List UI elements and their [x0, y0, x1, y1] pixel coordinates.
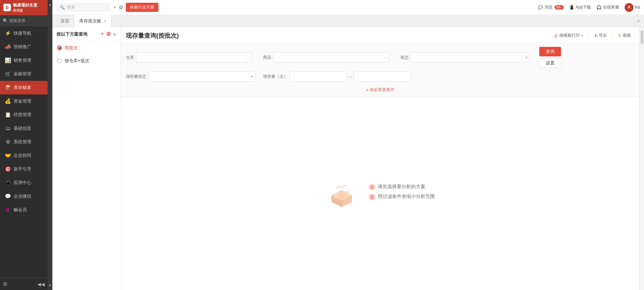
empty-step-1: 1 请先选择要分析的方案 — [369, 184, 435, 190]
phone-icon: 📱 — [569, 5, 574, 10]
query-button[interactable]: 查询 — [539, 47, 561, 56]
tab-batch-close[interactable]: × — [104, 19, 106, 23]
user-profile-button[interactable]: R Rit — [625, 3, 640, 12]
printer-icon: 🖨 — [554, 33, 558, 38]
sidebar-item-shortcut[interactable]: ⚡ 快捷导航 — [0, 26, 48, 40]
topbar-gear-icon[interactable]: ⚙ — [119, 4, 123, 11]
sidebar-item-sales[interactable]: 📊 销售管理 — [0, 54, 48, 67]
svg-point-4 — [339, 194, 344, 199]
scrollbar-handle[interactable] — [641, 31, 643, 44]
step-num-1: 1 — [369, 184, 375, 190]
stock-qty-label: 现存量（主） — [263, 74, 288, 79]
sidebar-item-purchase[interactable]: 🛒 采购管理 — [0, 67, 48, 81]
topbar-search[interactable]: 🔍 搜索 — [56, 3, 111, 12]
message-icon: 💬 — [538, 5, 543, 10]
filter-panel-collapse-icon[interactable]: « — [113, 31, 116, 37]
sales-icon: 📊 — [5, 57, 11, 64]
sidebar-item-newbie[interactable]: 🎯 新手引导 — [0, 162, 48, 176]
sidebar-item-system[interactable]: ⚙ 系统管理 — [0, 135, 48, 149]
experience-industry-button[interactable]: 体验行业方案 — [126, 3, 158, 12]
refresh-button[interactable]: ↻ 刷新 — [615, 31, 634, 40]
app-brand: 畅康通好生意 标准版 — [13, 3, 37, 13]
stock-status-field: 现存量状态 ▾ — [126, 71, 255, 81]
filter-panel-icons: + ⚙ « — [101, 31, 116, 38]
warehouse-label: 仓库 — [126, 55, 134, 60]
print-button[interactable]: 🖨 按模板打印 ▾ — [551, 31, 586, 40]
stock-qty-field: 现存量（主） — — [263, 71, 392, 81]
status-select[interactable] — [411, 52, 530, 62]
corp-icon: 🤝 — [5, 152, 11, 159]
range-separator: — — [348, 74, 353, 79]
sidebar-item-wechat[interactable]: 💬 企业微信 — [0, 189, 48, 203]
status-label: 状态 — [401, 55, 409, 60]
sidebar-nav: ⚡ 快捷导航 📣 营销推广 📊 销售管理 🛒 采购管理 📦 库存核算 💰 资金管… — [0, 26, 48, 278]
app-download-button[interactable]: 📱 App下载 — [569, 4, 591, 10]
main-area: 🔍 搜索 ▾ ⚙ 体验行业方案 💬 消息 99+ 📱 App下载 🎧 在线客服 — [52, 0, 644, 290]
empty-step-2: 2 用过滤条件来缩小分析范围 — [369, 194, 435, 200]
sidebar-footer: ⚙ ◀◀ — [0, 278, 48, 290]
stock-qty-max[interactable] — [354, 71, 411, 81]
online-service-button[interactable]: 🎧 在线客服 — [596, 4, 619, 10]
product-field: 商品 ··· — [263, 52, 392, 62]
radio-batch[interactable] — [57, 46, 62, 50]
product-input[interactable] — [273, 52, 389, 62]
tab-panel-close[interactable]: × — [637, 18, 640, 24]
product-label: 商品 — [263, 55, 271, 60]
sidebar-scrollbar: ▲ ▼ — [48, 0, 52, 290]
filter-scheme-gear-icon[interactable]: ⚙ — [106, 31, 111, 37]
empty-steps: 1 请先选择要分析的方案 2 用过滤条件来缩小分析范围 — [369, 184, 435, 203]
warehouse-input[interactable] — [136, 52, 252, 62]
tab-inventory-batch[interactable]: 库存批次账 × — [74, 15, 112, 27]
tab-bar: 首页 库存批次账 × × — [52, 15, 644, 27]
tab-home[interactable]: 首页 — [56, 15, 74, 27]
sidebar-item-finance[interactable]: 💰 资金管理 — [0, 94, 48, 108]
purchase-icon: 🛒 — [5, 71, 11, 77]
add-scheme-icon[interactable]: + — [101, 31, 104, 38]
filter-option-warehouse-batch[interactable]: 按仓库+批次 — [52, 54, 120, 67]
page-title: 现存量查询(按批次) — [126, 32, 179, 40]
sidebar-item-base[interactable]: 🗂 基础信息 — [0, 122, 48, 135]
product-more-icon[interactable]: ··· — [383, 55, 387, 60]
sidebar-item-corp[interactable]: 🤝 企业协同 — [0, 149, 48, 162]
sidebar-item-marketing[interactable]: 📣 营销推广 — [0, 40, 48, 54]
warehouse-more-icon[interactable]: ··· — [246, 55, 250, 60]
stock-qty-range: — — [290, 71, 405, 81]
divider — [588, 33, 589, 38]
filter-option-batch[interactable]: 按批次 — [52, 41, 120, 54]
set-button[interactable]: 设置 — [539, 58, 561, 68]
status-select-wrap: ▾ — [411, 52, 530, 62]
print-dropdown-icon[interactable]: ▾ — [581, 34, 583, 37]
messages-badge: 99+ — [555, 5, 564, 10]
collapse-sidebar-icon[interactable]: ◀◀ — [37, 282, 45, 287]
collapse-icon: ∧ — [366, 88, 369, 92]
messages-button[interactable]: 💬 消息 99+ — [538, 4, 564, 10]
scroll-down-icon[interactable]: ▼ — [48, 282, 52, 289]
filter-panel: 按以下方案查询 + ⚙ « 按批次 按仓库+批次 — [52, 27, 120, 290]
sidebar-item-operation[interactable]: 📋 经营管理 — [0, 108, 48, 122]
topbar: 🔍 搜索 ▾ ⚙ 体验行业方案 💬 消息 99+ 📱 App下载 🎧 在线客服 — [52, 0, 644, 15]
filter-row-2: 现存量状态 ▾ 现存量（主） — — [126, 71, 634, 81]
scroll-up-icon[interactable]: ▲ — [48, 1, 52, 8]
sidebar-item-appstore[interactable]: 📱 应用中心 — [0, 176, 48, 189]
refresh-icon: ↻ — [618, 33, 622, 38]
system-icon: ⚙ — [5, 139, 11, 145]
stock-qty-min[interactable] — [290, 71, 347, 81]
app-logo: b — [3, 4, 11, 11]
wechat-icon: 💬 — [5, 193, 11, 199]
collapse-filters-button[interactable]: ∧ 收起更多条件 — [126, 85, 634, 93]
stock-status-select[interactable] — [148, 71, 255, 81]
step-num-2: 2 — [369, 194, 375, 200]
page-actions: 🖨 按模板打印 ▾ ⬇ 导出 ↻ 刷新 — [551, 31, 634, 40]
sidebar-search[interactable]: 🔍 搜索菜单 — [0, 15, 48, 26]
sidebar-item-vip[interactable]: V 畅会员 — [0, 203, 48, 217]
base-icon: 🗂 — [5, 125, 11, 131]
radio-warehouse-batch[interactable] — [57, 58, 62, 63]
filter-row-1: 仓库 ··· 商品 ··· — [126, 47, 634, 68]
settings-icon[interactable]: ⚙ — [3, 281, 7, 287]
sidebar-item-inventory[interactable]: 📦 库存核算 — [0, 81, 48, 94]
topbar-dropdown-arrow[interactable]: ▾ — [114, 5, 116, 10]
shortcut-icon: ⚡ — [5, 30, 11, 36]
stock-status-select-wrap: ▾ — [148, 71, 255, 81]
content-area: 按以下方案查询 + ⚙ « 按批次 按仓库+批次 现存量查询(按批次) — [52, 27, 644, 290]
export-button[interactable]: ⬇ 导出 — [591, 31, 610, 40]
